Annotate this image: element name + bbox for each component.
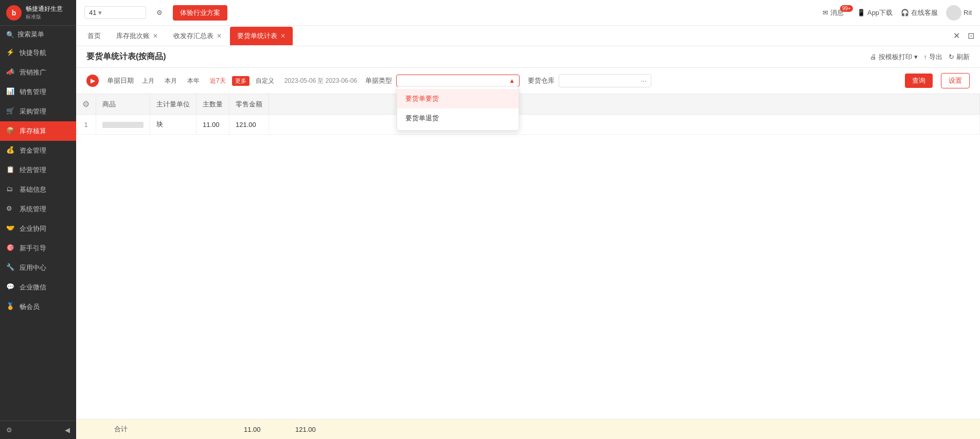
page-title: 要货单统计表(按商品)	[86, 51, 870, 62]
date-filter-group: 单据日期 上月 本月 本年 近7天 更多 自定义 2023-05-06 至 20…	[107, 75, 357, 87]
sidebar-item-wechat[interactable]: 💬 企业微信	[0, 278, 76, 297]
date-filter-label: 单据日期	[107, 76, 134, 85]
table-wrapper: ⚙ 商品 主计量单位 主数量 零售金额 1	[76, 94, 980, 419]
app-download-button[interactable]: 📱 App下载	[857, 8, 893, 17]
sidebar-item-appcenter[interactable]: 🔧 应用中心	[0, 258, 76, 278]
date-btn-this-year[interactable]: 本年	[183, 75, 204, 87]
tab-shipment-summary[interactable]: 收发存汇总表 ✕	[166, 27, 229, 45]
table-footer: 合计 11.00 121.00	[76, 419, 980, 439]
date-btn-custom[interactable]: 自定义	[252, 75, 278, 87]
date-btn-last-month[interactable]: 上月	[138, 75, 158, 87]
date-btn-more[interactable]: 更多	[232, 76, 250, 86]
topbar-gear-button[interactable]: ⚙	[152, 6, 167, 20]
search-icon: 🔍	[6, 31, 14, 39]
headset-icon: 🎧	[901, 9, 909, 16]
app-logo-text: 畅捷通好生意 标准版	[26, 5, 63, 20]
sidebar-item-enterprise[interactable]: 🤝 企业协同	[0, 219, 76, 239]
type-filter-input[interactable]: ▲ 要货单要货 要货单退货	[396, 75, 520, 87]
type-filter-group: 单据类型 ▲ 要货单要货 要货单退货	[365, 75, 520, 87]
nav-label: 经营管理	[20, 166, 46, 175]
sidebar-item-guide[interactable]: 🎯 新手引导	[0, 239, 76, 258]
topbar: 41 ▾ ⚙ 体验行业方案 ✉ 消息 99+ 📱 App下载 🎧 在线客服 Ri…	[76, 0, 980, 26]
th-settings[interactable]: ⚙	[76, 94, 96, 115]
appcenter-icon: 🔧	[6, 263, 15, 272]
date-range-text: 2023-05-06 至 2023-06-06	[284, 77, 357, 85]
date-btn-7days[interactable]: 近7天	[206, 75, 230, 87]
export-icon: ↑	[924, 53, 928, 61]
tab-inventory-batch-label: 库存批次账	[116, 31, 150, 41]
tab-order-stats-label: 要货单统计表	[237, 31, 277, 41]
filter-expand-button[interactable]: ▶	[86, 75, 99, 87]
nav-label: 快捷导航	[20, 48, 46, 58]
refresh-button[interactable]: ↻ 刷新	[949, 52, 970, 62]
export-label: 导出	[929, 52, 942, 62]
sidebar-item-finance[interactable]: 💰 资金管理	[0, 141, 76, 160]
sidebar-item-inventory[interactable]: 📦 库存核算	[0, 121, 76, 141]
message-button[interactable]: ✉ 消息 99+	[823, 8, 849, 17]
nav-label: 新手引导	[20, 244, 46, 253]
print-chevron-icon: ▾	[914, 53, 918, 61]
nav-label: 基础信息	[20, 185, 46, 194]
nav-label: 系统管理	[20, 205, 46, 214]
table-header-row: ⚙ 商品 主计量单位 主数量 零售金额	[76, 94, 980, 115]
refresh-icon: ↻	[949, 53, 954, 61]
settings-gear-icon[interactable]: ⚙	[82, 100, 90, 108]
sidebar-item-marketing[interactable]: 📣 营销推广	[0, 63, 76, 82]
sidebar-item-purchase[interactable]: 🛒 采购管理	[0, 102, 76, 121]
purchase-icon: 🛒	[6, 107, 15, 116]
operation-icon: 📋	[6, 166, 15, 175]
main-area: 41 ▾ ⚙ 体验行业方案 ✉ 消息 99+ 📱 App下载 🎧 在线客服 Ri…	[76, 0, 980, 439]
warehouse-filter-input[interactable]: ···	[559, 74, 651, 87]
sidebar: b 畅捷通好生意 标准版 🔍 搜索菜单 ⚡ 快捷导航 📣 营销推广 📊 销售管理…	[0, 0, 76, 439]
store-select[interactable]: 41 ▾	[84, 6, 146, 19]
tab-inventory-batch[interactable]: 库存批次账 ✕	[109, 27, 165, 45]
sidebar-item-system[interactable]: ⚙ 系统管理	[0, 199, 76, 219]
app-download-label: App下载	[867, 8, 893, 17]
tab-shipment-summary-close[interactable]: ✕	[217, 32, 222, 40]
user-avatar-area[interactable]: Rit	[946, 5, 972, 21]
print-template-button[interactable]: 🖨 按模板打印 ▾	[870, 52, 918, 62]
sidebar-item-sales[interactable]: 📊 销售管理	[0, 82, 76, 102]
sidebar-nav: ⚡ 快捷导航 📣 营销推广 📊 销售管理 🛒 采购管理 📦 库存核算 💰 资金管…	[0, 43, 76, 420]
tab-close-window-button[interactable]: ✕	[951, 31, 961, 41]
user-avatar	[946, 5, 961, 21]
tab-maximize-button[interactable]: ⊡	[966, 31, 976, 41]
query-button[interactable]: 查询	[905, 74, 933, 88]
footer-settings-icon[interactable]: ⚙	[6, 426, 12, 434]
type-filter-label: 单据类型	[365, 76, 392, 85]
tab-inventory-batch-close[interactable]: ✕	[153, 32, 158, 40]
app-logo-icon: b	[6, 5, 22, 21]
sidebar-search[interactable]: 🔍 搜索菜单	[0, 26, 76, 43]
phone-icon: 📱	[857, 9, 865, 16]
sidebar-item-shortcut[interactable]: ⚡ 快捷导航	[0, 43, 76, 63]
tab-home[interactable]: 首页	[80, 27, 108, 45]
tab-order-stats[interactable]: 要货单统计表 ✕	[230, 27, 293, 45]
sidebar-item-operation[interactable]: 📋 经营管理	[0, 160, 76, 180]
online-service-button[interactable]: 🎧 在线客服	[901, 8, 938, 17]
dropdown-item-order-goods[interactable]: 要货单要货	[397, 89, 519, 108]
sidebar-item-member[interactable]: 🏅 畅会员	[0, 297, 76, 317]
nav-label: 营销推广	[20, 68, 46, 77]
nav-label: 应用中心	[20, 263, 46, 272]
nav-label: 畅会员	[20, 302, 40, 312]
store-select-chevron: ▾	[98, 9, 102, 16]
inventory-icon: 📦	[6, 126, 15, 136]
footer-total-quantity: 11.00	[244, 426, 295, 433]
trial-button[interactable]: 体验行业方案	[173, 5, 227, 21]
cell-index: 1	[76, 115, 96, 135]
username-label: Rit	[964, 9, 972, 16]
nav-label: 企业微信	[20, 283, 46, 292]
tab-order-stats-close[interactable]: ✕	[280, 32, 286, 40]
dropdown-item-order-return[interactable]: 要货单退货	[397, 108, 519, 128]
shortcut-icon: ⚡	[6, 48, 15, 58]
page-header: 要货单统计表(按商品) 🖨 按模板打印 ▾ ↑ 导出 ↻ 刷新	[76, 46, 980, 68]
warehouse-ellipsis-icon[interactable]: ···	[640, 77, 647, 85]
settings-button[interactable]: 设置	[941, 73, 970, 88]
type-input-chevron-icon: ▲	[509, 77, 515, 84]
export-button[interactable]: ↑ 导出	[924, 52, 943, 62]
sidebar-item-basic[interactable]: 🗂 基础信息	[0, 180, 76, 199]
warehouse-filter-group: 要货仓库 ···	[528, 74, 651, 87]
collapse-button[interactable]: ◀	[65, 426, 70, 434]
date-btn-this-month[interactable]: 本月	[161, 75, 181, 87]
footer-total-label: 合计	[114, 425, 128, 434]
